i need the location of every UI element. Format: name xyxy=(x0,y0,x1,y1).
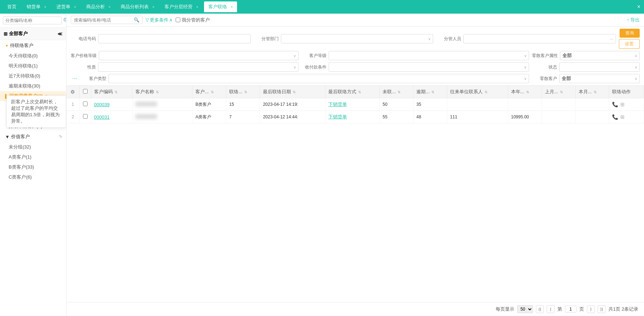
payment-select[interactable]: ∨ xyxy=(329,62,529,72)
all-customers-header[interactable]: ⊞ 全部客户 ≪ xyxy=(0,28,66,40)
close-product-analysis-tab[interactable]: × xyxy=(108,5,111,9)
row-2-uncontacted: 55 xyxy=(380,111,413,123)
nav-tab-home[interactable]: 首页 xyxy=(3,1,21,12)
pending-overdue-item[interactable]: 逾期未联络(30) xyxy=(0,81,66,91)
department-select[interactable]: ∨ xyxy=(281,34,434,43)
row-checkbox-2[interactable] xyxy=(79,111,91,123)
row-1-last-contact-date: 2023-04-17 14:19: xyxy=(260,98,325,111)
page-number-input[interactable] xyxy=(565,306,576,313)
row-1-phone-icon[interactable]: 📞 xyxy=(612,102,618,107)
row-1-checkbox[interactable] xyxy=(83,102,88,106)
row-2-contact-count: 7 xyxy=(226,111,260,123)
window-close-button[interactable]: × xyxy=(637,4,640,10)
sort-month-icon[interactable]: ⇅ xyxy=(594,90,597,94)
manager-more-icon[interactable]: ··· xyxy=(610,36,613,42)
nav-tab-product-list[interactable]: 商品分析列表 × xyxy=(116,1,159,12)
value-a-item[interactable]: A类客户(1) xyxy=(0,152,66,162)
sort-overdue-icon[interactable]: ⇅ xyxy=(431,90,434,94)
first-page-btn[interactable]: ⟨⟨ xyxy=(536,305,544,313)
close-customer-contact-tab[interactable]: × xyxy=(231,5,233,9)
row-1-contact-person xyxy=(447,98,508,111)
status-select[interactable]: ∨ xyxy=(559,62,640,72)
customer-type-select[interactable]: ∨ xyxy=(108,74,529,83)
prev-page-btn[interactable]: ⟨ xyxy=(547,305,555,313)
customer-table: ⚙ 客户编码 ⇅ 客户名称 ⇅ xyxy=(66,86,644,123)
close-sales-tab[interactable]: × xyxy=(44,5,46,9)
collapse-icon[interactable]: ≪ xyxy=(57,31,62,37)
row-1-overdue: 35 xyxy=(413,98,447,111)
sort-type-icon[interactable]: ⇅ xyxy=(211,90,214,94)
row-2-code[interactable]: 000031 xyxy=(91,111,132,123)
value-ungroup-item[interactable]: 未分组(32) xyxy=(0,142,66,152)
retail-customer-select[interactable]: 全部 ∨ xyxy=(559,74,640,83)
sort-method-icon[interactable]: ⇅ xyxy=(358,90,361,94)
edit-icon[interactable]: ✎ xyxy=(59,134,62,139)
retail-customer-arrow: ∨ xyxy=(635,77,637,81)
th-contact-count: 联络... ⇅ xyxy=(226,86,260,98)
row-1-grid-icon[interactable]: ⊞ xyxy=(620,102,625,107)
th-checkbox[interactable] xyxy=(79,86,91,98)
row-2-checkbox[interactable] xyxy=(83,114,88,119)
price-level-select[interactable]: ∨ xyxy=(99,51,298,60)
nav-tab-customer-contact[interactable]: 客户联络 × xyxy=(204,1,237,12)
value-b-item[interactable]: B类客户(33) xyxy=(0,162,66,172)
row-2-phone-icon[interactable]: 📞 xyxy=(612,114,618,120)
pending-contact-group[interactable]: ▼ 待联络客户 xyxy=(0,40,66,51)
close-product-list-tab[interactable]: × xyxy=(152,5,154,9)
sidebar-search-area: 🔍 xyxy=(0,14,66,28)
sort-person-icon[interactable]: ⇅ xyxy=(485,90,487,94)
query-button[interactable]: 查询 xyxy=(620,29,640,38)
th-settings[interactable]: ⚙ xyxy=(66,86,79,98)
value-customer-group[interactable]: ▼ 价值客户 ✎ xyxy=(0,131,66,142)
page-size-select[interactable]: 50 xyxy=(517,305,533,313)
pending-7days-item[interactable]: 近7天待联络(0) xyxy=(0,71,66,81)
pending-tomorrow-item[interactable]: 明天待联络(1) xyxy=(0,61,66,71)
sort-name-icon[interactable]: ⇅ xyxy=(156,90,159,94)
sort-last-month-icon[interactable]: ⇅ xyxy=(560,90,563,94)
th-code: 客户编码 ⇅ xyxy=(91,86,132,98)
row-2-current-month xyxy=(575,111,609,123)
th-action: 联络动作 xyxy=(609,86,644,98)
sort-contact-icon[interactable]: ⇅ xyxy=(244,90,247,94)
row-2-last-contact-method[interactable]: 下销货单 xyxy=(325,111,379,123)
nav-tab-customer-segment[interactable]: 客户分层经营 × xyxy=(160,1,203,12)
row-checkbox-1[interactable] xyxy=(79,98,91,111)
row-2-grid-icon[interactable]: ⊞ xyxy=(620,114,625,120)
retail-attr-arrow: ∨ xyxy=(635,54,637,58)
select-all-checkbox[interactable] xyxy=(83,89,88,94)
left-sidebar: 🔍 ⊞ 全部客户 ≪ ▼ 待联络客户 今天待联络(0) 明天待联络(1) 近7天… xyxy=(0,14,66,316)
sort-year-icon[interactable]: ⇅ xyxy=(526,90,529,94)
export-button[interactable]: ↑ 导出 xyxy=(627,17,640,23)
last-page-btn[interactable]: ⟩⟩ xyxy=(598,305,606,313)
sort-uncontacted-icon[interactable]: ⇅ xyxy=(398,90,400,94)
table-settings-icon[interactable]: ⚙ xyxy=(70,89,75,95)
phone-input[interactable] xyxy=(98,34,251,43)
settings-button[interactable]: 设置 xyxy=(619,39,640,49)
search-icon[interactable]: 🔍 xyxy=(134,17,139,23)
nav-tab-sales[interactable]: 销货单 × xyxy=(22,1,51,12)
gender-select[interactable]: ∨ xyxy=(98,62,298,72)
close-customer-segment-tab[interactable]: × xyxy=(196,5,198,9)
row-2-last-contact-date: 2023-04-12 14:44: xyxy=(260,111,325,123)
my-customers-checkbox[interactable] xyxy=(176,18,180,22)
sidebar-search-icon[interactable]: 🔍 xyxy=(63,18,66,23)
row-1-last-contact-method[interactable]: 下销货单 xyxy=(325,98,379,111)
sort-code-icon[interactable]: ⇅ xyxy=(115,90,117,94)
sort-date-icon[interactable]: ⇅ xyxy=(293,90,296,94)
sidebar-search-input[interactable] xyxy=(3,16,62,24)
close-purchase-tab[interactable]: × xyxy=(74,5,76,9)
manager-select[interactable]: ··· xyxy=(463,34,616,43)
retail-attr-select[interactable]: 全部 ∨ xyxy=(560,51,640,60)
more-fields-btn[interactable]: ··· xyxy=(71,75,78,82)
filter-top-bar: 🔍 ▽ 更多条件 ∧ 我分管的客户 ↑ 导出 xyxy=(66,14,644,27)
next-page-btn[interactable]: ⟩ xyxy=(587,305,595,313)
row-1-code[interactable]: 000039 xyxy=(91,98,132,111)
value-c-item[interactable]: C类客户(6) xyxy=(0,172,66,182)
pending-today-item[interactable]: 今天待联络(0) xyxy=(0,51,66,61)
main-search-input[interactable] xyxy=(74,18,134,23)
nav-tab-product-analysis[interactable]: 商品分析 × xyxy=(82,1,115,12)
nav-tab-purchase[interactable]: 进货单 × xyxy=(52,1,80,12)
more-conditions-btn[interactable]: ▽ 更多条件 ∧ xyxy=(145,17,173,23)
pagination-footer: 每页显示 50 ⟨⟨ ⟨ 第 页 ⟩ ⟩⟩ 共1页 2条记录 xyxy=(66,302,644,316)
customer-level-select[interactable]: ∨ xyxy=(329,51,529,60)
